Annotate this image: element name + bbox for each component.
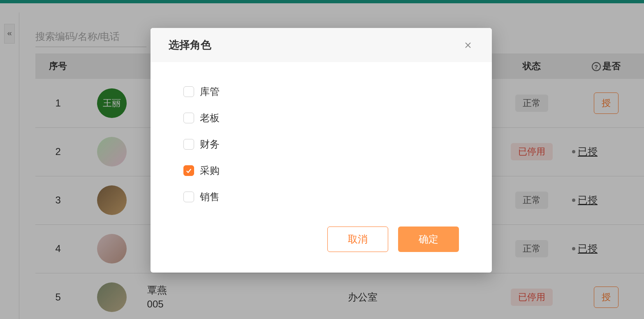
role-option[interactable]: 老板 (183, 105, 459, 131)
role-label: 采购 (200, 164, 220, 177)
role-label: 财务 (200, 138, 220, 151)
role-checkbox[interactable] (183, 192, 194, 202)
modal-close-button[interactable] (462, 39, 474, 51)
role-label: 库管 (200, 85, 220, 98)
check-icon (185, 167, 192, 174)
modal-title: 选择角色 (169, 38, 211, 52)
cancel-button[interactable]: 取消 (327, 227, 388, 252)
role-option[interactable]: 库管 (183, 79, 459, 105)
modal-footer: 取消 确定 (151, 214, 492, 273)
role-select-modal: 选择角色 库管老板财务采购销售 取消 确定 (151, 28, 492, 273)
close-icon (463, 41, 473, 50)
role-option[interactable]: 采购 (183, 157, 459, 184)
modal-header: 选择角色 (151, 28, 492, 62)
role-checkbox[interactable] (183, 113, 194, 123)
modal-body: 库管老板财务采购销售 (151, 62, 492, 214)
role-label: 老板 (200, 111, 220, 125)
role-checkbox[interactable] (183, 139, 194, 150)
role-option[interactable]: 财务 (183, 131, 459, 157)
confirm-button[interactable]: 确定 (398, 227, 459, 252)
role-checkbox[interactable] (183, 165, 194, 176)
role-option[interactable]: 销售 (183, 184, 459, 210)
role-checkbox[interactable] (183, 86, 194, 97)
role-label: 销售 (200, 190, 220, 203)
